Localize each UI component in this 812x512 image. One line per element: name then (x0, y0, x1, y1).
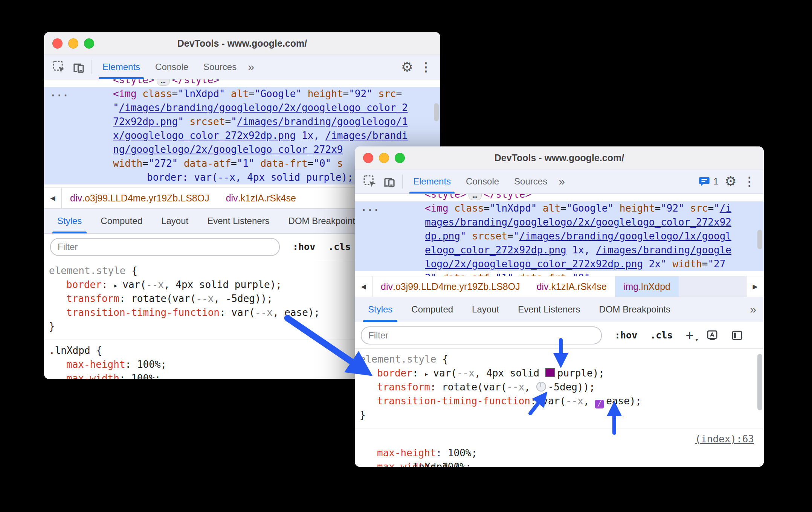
window-title: DevTools - www.google.com/ (495, 152, 624, 163)
selected-dom-element[interactable]: ... <img class="lnXdpd" alt="Google" hei… (355, 201, 764, 271)
breadcrumb-item[interactable]: div.k1zIA.rSk4se (218, 188, 304, 208)
dom-row-src2[interactable]: dp.png" srcset="/images/branding/googlel… (355, 229, 764, 243)
dom-row-img-open[interactable]: <img class="lnXdpd" alt="Google" height=… (44, 87, 440, 101)
dom-scrollbar-thumb[interactable] (757, 230, 762, 249)
css-rule-lnxdpd: (index):63 .lnXdpd { max-height: 100%;ma… (355, 428, 764, 467)
issues-count: 1 (713, 176, 718, 187)
toggle-classes-button[interactable]: .cls (650, 330, 673, 341)
more-tabs-icon[interactable]: » (555, 175, 569, 188)
breadcrumb-item[interactable]: div.k1zIA.rSk4se (528, 276, 615, 297)
angle-swatch-icon[interactable] (536, 382, 546, 392)
clipped-style-row: <style>…</style> (355, 194, 764, 201)
devtools-window-front[interactable]: DevTools - www.google.com/ Elements Cons… (355, 146, 764, 467)
minimize-window-button[interactable] (68, 38, 78, 49)
bezier-swatch-icon[interactable] (595, 400, 604, 408)
dom-row-srcset[interactable]: x/googlelogo_color_272x92dp.png 1x, /ima… (44, 129, 440, 143)
tab-console[interactable]: Console (148, 55, 196, 79)
css-declaration-border[interactable]: border: ▸ var(--x, 4px solid purple); (355, 366, 764, 380)
inspect-element-icon[interactable] (360, 169, 380, 194)
minimize-window-button[interactable] (379, 153, 389, 163)
tab-console[interactable]: Console (458, 169, 507, 194)
close-window-button[interactable] (363, 153, 373, 163)
dom-row-clipped[interactable]: 2" data-atf="1" data-frt="0" (355, 271, 764, 276)
tab-computed[interactable]: Computed (402, 297, 462, 322)
titlebar[interactable]: DevTools - www.google.com/ (355, 146, 764, 169)
settings-gear-icon[interactable]: ⚙ (401, 60, 413, 74)
tab-styles[interactable]: Styles (359, 297, 402, 322)
dom-row-srcset2[interactable]: logo/2x/googlelogo_color_272x92dp.png 2x… (355, 257, 764, 271)
kebab-menu-icon[interactable]: ⋮ (740, 174, 759, 189)
more-tabs-icon[interactable]: » (244, 61, 258, 73)
close-window-button[interactable] (52, 38, 63, 49)
tab-event-listeners[interactable]: Event Listeners (508, 297, 589, 322)
device-toolbar-icon[interactable] (69, 55, 89, 79)
devtools-toolbar: Elements Console Sources » 1 ⚙ ⋮ (355, 169, 764, 194)
toolbar-divider (402, 174, 403, 189)
new-rule-caret-icon: ▾ (695, 337, 698, 343)
desktop-background: DevTools - www.google.com/ Elements Cons… (0, 0, 812, 512)
tab-styles[interactable]: Styles (48, 209, 91, 233)
css-rule-element-style: element.style { border: ▸ var(--x, 4px s… (355, 352, 764, 422)
window-controls (52, 32, 94, 55)
styles-filter-input[interactable] (361, 326, 602, 344)
color-swatch-purple-icon[interactable] (545, 368, 555, 377)
more-panel-tabs-icon[interactable]: » (746, 303, 760, 316)
window-controls (363, 146, 405, 169)
tab-sources[interactable]: Sources (196, 55, 244, 79)
tab-elements[interactable]: Elements (95, 55, 148, 79)
styles-scrollbar-thumb[interactable] (757, 354, 762, 410)
css-selector[interactable]: element.style { (355, 352, 764, 366)
css-declaration-transform[interactable]: transform: rotate(var(--x, -5deg)); (355, 380, 764, 394)
toggle-hover-state-button[interactable]: :hov (293, 241, 315, 252)
stylesheet-source-link[interactable]: (index):63 (695, 432, 754, 446)
tab-dom-breakpoints[interactable]: DOM Breakpoints (590, 297, 680, 322)
dom-tree-panel: <style>…</style> ... <img class="lnXdpd"… (355, 194, 764, 276)
dom-row-style-tag[interactable]: <style>…</style> (44, 79, 440, 87)
settings-gear-icon[interactable]: ⚙ (725, 175, 737, 188)
dom-row-src[interactable]: "/images/branding/googlelogo/2x/googlelo… (44, 101, 440, 115)
dom-row-src[interactable]: mages/branding/googlelogo/2x/googlelogo_… (355, 215, 764, 229)
breadcrumb-item-selected[interactable]: img.lnXdpd (615, 276, 679, 297)
breadcrumb-item[interactable]: div.o3j99.LLD4me.yr19Zb.LS8OJ (372, 276, 528, 297)
breadcrumb-back-icon[interactable]: ◀ (355, 276, 372, 297)
tab-layout[interactable]: Layout (152, 209, 198, 233)
sidebar-panel-tabs: Styles Computed Layout Event Listeners D… (355, 297, 764, 322)
tab-sources[interactable]: Sources (507, 169, 555, 194)
breadcrumb-back-icon[interactable]: ◀ (44, 188, 62, 208)
dom-row-src2[interactable]: 72x92dp.png" srcset="/images/branding/go… (44, 115, 440, 129)
dom-row-img-open[interactable]: <img class="lnXdpd" alt="Google" height=… (355, 201, 764, 215)
dom-row-style-tag[interactable]: <style>…</style> (355, 194, 764, 201)
tab-layout[interactable]: Layout (462, 297, 508, 322)
dom-overflow-dots-icon[interactable]: ... (361, 201, 380, 215)
toolbar-divider (92, 60, 92, 74)
tab-elements[interactable]: Elements (406, 169, 458, 194)
css-rule-close-brace: } (355, 408, 764, 422)
new-style-rule-button[interactable]: +▾ (685, 328, 693, 343)
css-selector[interactable]: (index):63 .lnXdpd { (355, 432, 764, 446)
zoom-window-button[interactable] (84, 38, 94, 49)
zoom-window-button[interactable] (395, 153, 405, 163)
dom-row-srcset[interactable]: elogo_color_272x92dp.png 1x, /images/bra… (355, 243, 764, 257)
tab-event-listeners[interactable]: Event Listeners (198, 209, 279, 233)
breadcrumb-item[interactable]: div.o3j99.LLD4me.yr19Zb.LS8OJ (62, 188, 218, 208)
toggle-hover-state-button[interactable]: :hov (615, 330, 637, 341)
css-declaration-transition-timing[interactable]: transition-timing-function: var(--x, eas… (355, 394, 764, 408)
breadcrumb-forward-icon[interactable]: ▶ (746, 276, 764, 297)
font-editor-icon[interactable] (706, 329, 718, 341)
styles-filter-row: :hov .cls +▾ (355, 322, 764, 349)
breadcrumb-filler (679, 276, 746, 297)
toggle-classes-button[interactable]: .cls (328, 241, 351, 252)
dom-scrollbar-thumb[interactable] (434, 103, 439, 121)
dom-overflow-dots-icon[interactable]: ... (50, 86, 69, 100)
device-toolbar-icon[interactable] (380, 169, 399, 194)
issues-bubble-icon (698, 176, 710, 187)
issues-button[interactable]: 1 (696, 176, 720, 187)
styles-pane: element.style { border: ▸ var(--x, 4px s… (355, 349, 764, 467)
clipped-style-row: <style>…</style> (44, 79, 440, 87)
titlebar[interactable]: DevTools - www.google.com/ (44, 32, 440, 55)
kebab-menu-icon[interactable]: ⋮ (417, 60, 435, 74)
inspect-element-icon[interactable] (49, 55, 69, 79)
styles-filter-input[interactable] (50, 238, 280, 256)
tab-computed[interactable]: Computed (91, 209, 152, 233)
sidebar-toggle-icon[interactable] (731, 329, 743, 341)
